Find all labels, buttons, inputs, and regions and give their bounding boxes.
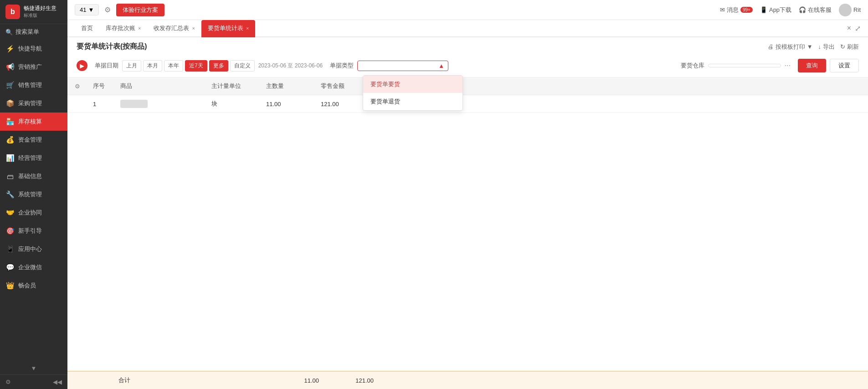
tab-home-label: 首页 <box>81 24 93 32</box>
query-button[interactable]: 查询 <box>798 59 826 72</box>
dropdown-item-order-goods[interactable]: 要货单要货 <box>363 76 462 93</box>
tab-collect-summary-close[interactable]: × <box>192 26 195 31</box>
message-badge: 99+ <box>740 7 753 13</box>
type-search-field[interactable] <box>361 62 437 69</box>
headset-icon: 🎧 <box>799 6 806 13</box>
sidebar-scroll-down[interactable]: ▼ <box>0 362 67 374</box>
dropdown-item-order-return[interactable]: 要货单退货 <box>363 93 462 110</box>
tab-inventory-batch[interactable]: 库存批次账 × <box>99 20 147 37</box>
main-content: 41 ▼ ⚙ 体验行业方案 ✉ 消息 99+ 📱 App下载 🎧 在线客服 R <box>67 0 868 389</box>
tab-collect-summary[interactable]: 收发存汇总表 × <box>147 20 201 37</box>
sidebar-item-label: 库存核算 <box>18 118 42 126</box>
app-logo-icon: b <box>5 5 20 19</box>
date-btn-this-month[interactable]: 本月 <box>143 60 162 72</box>
date-btn-7days[interactable]: 近7天 <box>185 60 207 72</box>
sidebar-item-member[interactable]: 👑 畅会员 <box>0 276 67 295</box>
table-header-row: ⚙ 序号 商品 主计量单位 主数量 零售金额 <box>67 77 868 95</box>
sidebar-nav: ⚡ 快捷导航 📢 营销推广 🛒 销售管理 📦 采购管理 🏪 库存核算 💰 资金管… <box>0 40 67 362</box>
date-btn-last-month[interactable]: 上月 <box>122 60 141 72</box>
footer-amount: 121.00 <box>319 377 374 384</box>
sidebar-item-quick-nav[interactable]: ⚡ 快捷导航 <box>0 40 67 58</box>
cell-unit: 块 <box>206 95 261 113</box>
sidebar-item-label: 营销推广 <box>18 63 42 71</box>
cell-settings <box>67 95 87 113</box>
quick-nav-icon: ⚡ <box>5 44 15 53</box>
sidebar-item-finance[interactable]: 💰 资金管理 <box>0 131 67 149</box>
online-service-item[interactable]: 🎧 在线客服 <box>799 6 832 14</box>
sidebar-item-label: 应用中心 <box>18 245 42 253</box>
sidebar-item-label: 快捷导航 <box>18 45 42 53</box>
tabbar: 首页 库存批次账 × 收发存汇总表 × 要货单统计表 × × ⤢ <box>67 20 868 37</box>
page-actions: 🖨 按模板打印 ▼ ↓ 导出 ↻ 刷新 <box>768 43 859 51</box>
print-action[interactable]: 🖨 按模板打印 ▼ <box>768 43 813 51</box>
date-btn-custom[interactable]: 自定义 <box>230 60 255 72</box>
sidebar-item-sales[interactable]: 🛒 销售管理 <box>0 76 67 94</box>
tab-inventory-batch-close[interactable]: × <box>138 26 141 31</box>
sidebar-item-wechat[interactable]: 💬 企业微信 <box>0 258 67 276</box>
sidebar-item-inventory[interactable]: 🏪 库存核算 <box>0 113 67 131</box>
col-settings-header: ⚙ <box>67 77 87 95</box>
sales-icon: 🛒 <box>5 81 15 90</box>
user-avatar-item[interactable]: Rit <box>839 4 861 16</box>
store-selector[interactable]: 41 ▼ <box>75 4 99 15</box>
app-download-item[interactable]: 📱 App下载 <box>760 6 791 14</box>
cell-qty: 11.00 <box>261 95 315 113</box>
sidebar-collapse-btn[interactable]: ◀◀ <box>53 379 62 385</box>
sidebar-item-app-center[interactable]: 📱 应用中心 <box>0 240 67 258</box>
filter-toggle-btn[interactable]: ▶ <box>77 60 87 71</box>
sidebar-item-guide[interactable]: 🎯 新手引导 <box>0 222 67 240</box>
purchase-icon: 📦 <box>5 99 15 108</box>
sidebar-item-cooperation[interactable]: 🤝 企业协同 <box>0 204 67 222</box>
sidebar-settings-icon[interactable]: ⚙ <box>5 379 11 385</box>
sidebar-item-marketing[interactable]: 📢 营销推广 <box>0 58 67 76</box>
search-menu-label: 搜索菜单 <box>15 28 39 36</box>
col-unit-header: 主计量单位 <box>206 77 261 95</box>
tab-home[interactable]: 首页 <box>75 20 99 37</box>
message-label: 消息 <box>727 6 739 14</box>
tab-collect-summary-label: 收发存汇总表 <box>154 24 189 32</box>
sidebar-item-basic-info[interactable]: 🗃 基础信息 <box>0 167 67 185</box>
sidebar: b 畅捷通好生意 标准版 🔍 搜索菜单 ⚡ 快捷导航 📢 营销推广 🛒 销售管理… <box>0 0 67 389</box>
type-dropdown-arrow: ▲ <box>438 62 444 69</box>
print-chevron-icon: ▼ <box>807 43 813 50</box>
sidebar-item-operations[interactable]: 📊 经营管理 <box>0 149 67 167</box>
type-filter-input[interactable]: ▲ <box>357 61 448 71</box>
topbar-right: ✉ 消息 99+ 📱 App下载 🎧 在线客服 Rit <box>720 4 861 16</box>
message-icon: ✉ <box>720 6 725 13</box>
search-menu-item[interactable]: 🔍 搜索菜单 <box>0 24 67 40</box>
refresh-action[interactable]: ↻ 刷新 <box>840 43 859 51</box>
store-dropdown-icon: ▼ <box>88 6 94 13</box>
tab-order-summary-close[interactable]: × <box>246 26 249 31</box>
filter-settings-button[interactable]: 设置 <box>830 59 859 72</box>
tab-close-all-icon[interactable]: × <box>847 24 851 32</box>
filter-bar: ▶ 单据日期 上月 本月 本年 近7天 更多 自定义 2023-05-06 至 … <box>67 54 868 77</box>
warehouse-filter-input[interactable] <box>708 64 781 67</box>
table-footer: 合计 11.00 121.00 <box>67 371 868 389</box>
member-icon: 👑 <box>5 281 15 290</box>
print-label: 按模板打印 <box>776 43 805 51</box>
col-goods-header: 商品 <box>115 77 206 95</box>
date-btn-this-year[interactable]: 本年 <box>164 60 183 72</box>
refresh-label: 刷新 <box>847 43 859 51</box>
export-icon: ↓ <box>818 43 822 50</box>
sidebar-item-purchase[interactable]: 📦 采购管理 <box>0 94 67 113</box>
inventory-icon: 🏪 <box>5 117 15 126</box>
message-item[interactable]: ✉ 消息 99+ <box>720 6 753 14</box>
sidebar-bottom: ⚙ ◀◀ <box>0 374 67 389</box>
warehouse-more-options[interactable]: ··· <box>785 61 791 70</box>
table-settings-icon[interactable]: ⚙ <box>73 82 82 91</box>
app-name-group: 畅捷通好生意 标准版 <box>24 5 56 19</box>
page-title: 要货单统计表(按商品) <box>77 42 147 51</box>
sidebar-item-system[interactable]: 🔧 系统管理 <box>0 185 67 204</box>
wechat-icon: 💬 <box>5 263 15 272</box>
tab-order-summary[interactable]: 要货单统计表 × <box>201 20 255 37</box>
export-action[interactable]: ↓ 导出 <box>818 43 835 51</box>
tab-expand-icon[interactable]: ⤢ <box>855 24 861 33</box>
app-download-icon: 📱 <box>760 6 767 13</box>
app-name: 畅捷通好生意 <box>24 5 56 12</box>
promo-button[interactable]: 体验行业方案 <box>116 4 164 16</box>
sidebar-item-label: 资金管理 <box>18 136 42 144</box>
user-name: Rit <box>853 6 861 13</box>
date-btn-more[interactable]: 更多 <box>209 60 228 72</box>
settings-gear-icon[interactable]: ⚙ <box>104 5 111 14</box>
